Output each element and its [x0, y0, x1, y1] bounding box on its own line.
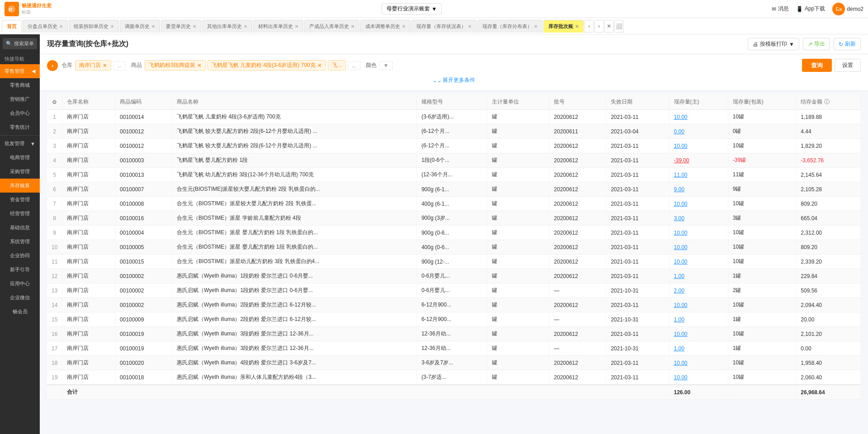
product-more-btn[interactable]: ... [348, 61, 360, 70]
sidebar-item-wechat[interactable]: 企业微信 [0, 291, 40, 305]
tab-stock-status[interactable]: 现存量（库存状况表） ✕ [411, 20, 476, 33]
selector-area[interactable]: 母婴行业演示账套 ▼ [382, 3, 442, 14]
query-btn[interactable]: 查询 [802, 59, 832, 72]
sidebar-item-inventory[interactable]: 库存核算 [0, 179, 40, 193]
expand-more-btn[interactable]: ⌄⌄ 展开更多条件 [431, 75, 477, 86]
row-spec: 900g (6-1... [417, 182, 487, 197]
app-download-btn[interactable]: 📱 App下载 [796, 5, 825, 13]
row-amount: 809.20 [796, 197, 861, 211]
tab-close-product-in[interactable]: ✕ [351, 24, 354, 29]
row-qty[interactable]: 3.00 [669, 211, 728, 226]
tab-batch[interactable]: 库存批次账 ✕ [543, 20, 584, 33]
product-tag-2-close[interactable]: ✕ [317, 62, 322, 69]
tab-cost[interactable]: 成本调整单历史 ✕ [360, 20, 410, 33]
product-tag-2[interactable]: 飞鹤星飞帆 儿童奶粉 4段(3-6岁适用) 700克 ✕ [208, 60, 326, 71]
print-btn[interactable]: 🖨 按模板打印 ▼ [748, 38, 799, 50]
tab-yaoh[interactable]: 要货单历史 ✕ [161, 20, 201, 33]
tab-next-btn[interactable]: › [594, 20, 604, 33]
tab-stock-dist[interactable]: 现存量（库存分布表） ✕ [477, 20, 542, 33]
sidebar-item-guide[interactable]: 新手引导 [0, 263, 40, 277]
sidebar-item-biz[interactable]: 经营管理 [0, 207, 40, 221]
settings-btn[interactable]: 设置 [835, 59, 861, 72]
sidebar-item-apps[interactable]: 应用中心 [0, 277, 40, 291]
row-qty[interactable]: 1.00 [669, 341, 728, 356]
user-area[interactable]: Ea demo2 [832, 3, 863, 15]
sidebar-item-finance[interactable]: 资金管理 [0, 193, 40, 207]
tab-close-fenpan[interactable]: ✕ [59, 24, 63, 29]
account-selector[interactable]: 母婴行业演示账套 ▼ [382, 3, 442, 14]
row-qty[interactable]: 10.00 [669, 298, 728, 312]
tab-close-zuche[interactable]: ✕ [110, 24, 114, 29]
row-amount: 1,958.40 [796, 356, 861, 370]
export-btn[interactable]: ↗ 导出 [803, 38, 830, 50]
row-qty[interactable]: 1.00 [669, 269, 728, 283]
col-settings[interactable]: ⚙ [47, 94, 62, 110]
sidebar-item-retail[interactable]: 零售管理 ◀ [0, 64, 40, 78]
row-qty[interactable]: 10.00 [669, 226, 728, 240]
row-qty[interactable]: -39.00 [669, 153, 728, 168]
warehouse-tag-close[interactable]: ✕ [103, 62, 107, 69]
sidebar-item-system[interactable]: 系统管理 [0, 235, 40, 249]
sidebar-item-shop[interactable]: 零售商城 [0, 78, 40, 92]
row-expire: 2021-03-04 [606, 124, 669, 139]
sidebar-item-marketing[interactable]: 营销推广 [0, 92, 40, 106]
row-qty[interactable]: 10.00 [669, 370, 728, 385]
tab-home[interactable]: 首页 [2, 20, 22, 33]
tab-close-diaob[interactable]: ✕ [151, 24, 155, 29]
sidebar-item-member[interactable]: 会员中心 [0, 106, 40, 120]
row-unit: 罐 [487, 356, 549, 370]
warehouse-tag-nanao[interactable]: 南岸门店 ✕ [75, 60, 111, 71]
messages-btn[interactable]: ✉ 消息 [772, 5, 789, 13]
tab-close-stock-status[interactable]: ✕ [468, 24, 472, 29]
tab-diaob[interactable]: 调拨单历史 ✕ [120, 20, 160, 33]
row-qty[interactable]: 10.00 [669, 356, 728, 370]
sidebar-item-ecom[interactable]: 电商管理 [0, 151, 40, 165]
tab-close-other-out[interactable]: ✕ [244, 24, 247, 29]
tab-maximize-btn[interactable]: ⬜ [614, 20, 623, 33]
row-qty[interactable]: 11.00 [669, 168, 728, 182]
row-qty[interactable]: 10.00 [669, 139, 728, 153]
sidebar-item-stats[interactable]: 零售统计 [0, 120, 40, 134]
product-tag-3[interactable]: 飞... [328, 60, 346, 71]
sidebar-item-wholesale[interactable]: 批发管理 ▼ [0, 137, 40, 151]
tab-close-cost[interactable]: ✕ [402, 24, 406, 29]
color-dropdown[interactable]: ▼ [379, 61, 393, 70]
tab-zuche[interactable]: 组装拆卸单历史 ✕ [69, 20, 119, 33]
sidebar-item-basic[interactable]: 基础信息 [0, 221, 40, 235]
table-row: 14 南岸门店 00100002 惠氏启赋（Wyeth illuma）2段奶粉 … [47, 298, 861, 312]
tab-close-batch[interactable]: ✕ [575, 24, 579, 29]
row-amount: 4.44 [796, 124, 861, 139]
tab-other-out[interactable]: 其他出库单历史 ✕ [202, 20, 252, 33]
product-tag-1-close[interactable]: ✕ [197, 62, 202, 69]
export-icon: ↗ [808, 41, 812, 47]
row-qty[interactable]: 10.00 [669, 197, 728, 211]
sidebar-item-purchase[interactable]: 采购管理 [0, 165, 40, 179]
tab-material[interactable]: 材料出库单历史 ✕ [253, 20, 303, 33]
tab-close-current[interactable]: ✕ [604, 20, 613, 33]
row-qty[interactable]: 0.00 [669, 124, 728, 139]
product-tag-1[interactable]: 飞鹤奶粉3段两提装 ✕ [145, 60, 206, 71]
tab-product-in[interactable]: 产成品入库单历史 ✕ [304, 20, 359, 33]
filter-expand-btn[interactable]: › [47, 60, 58, 71]
row-qty[interactable]: 10.00 [669, 327, 728, 341]
row-qty[interactable]: 10.00 [669, 240, 728, 255]
row-qty[interactable]: 10.00 [669, 255, 728, 269]
row-qty[interactable]: 2.00 [669, 283, 728, 298]
tab-fenpan[interactable]: 分盘点单历史 ✕ [23, 20, 68, 33]
footer-total-qty: 126.00 [669, 385, 728, 400]
row-product-name: 飞鹤星飞帆 较大婴儿配方奶粉 2段(6-12个月婴幼儿适用) ... [172, 139, 416, 153]
refresh-btn[interactable]: ↻ 刷新 [834, 38, 861, 50]
tab-close-stock-dist[interactable]: ✕ [534, 24, 538, 29]
sidebar-item-member2[interactable]: 畅会员 [0, 305, 40, 319]
row-code: 00100002 [115, 283, 172, 298]
sidebar-nav-label[interactable]: 快捷导航 [0, 53, 40, 64]
row-qty[interactable]: 9.00 [669, 182, 728, 197]
row-qty[interactable]: 1.00 [669, 312, 728, 327]
tab-close-yaoh[interactable]: ✕ [193, 24, 196, 29]
search-menu-btn[interactable]: 🔍 搜索菜单 [3, 38, 37, 49]
tab-close-material[interactable]: ✕ [295, 24, 298, 29]
warehouse-more-btn[interactable]: ... [113, 61, 126, 70]
sidebar-item-corp[interactable]: 企业协同 [0, 249, 40, 263]
tab-prev-btn[interactable]: ‹ [585, 20, 594, 33]
row-qty[interactable]: 10.00 [669, 110, 728, 124]
